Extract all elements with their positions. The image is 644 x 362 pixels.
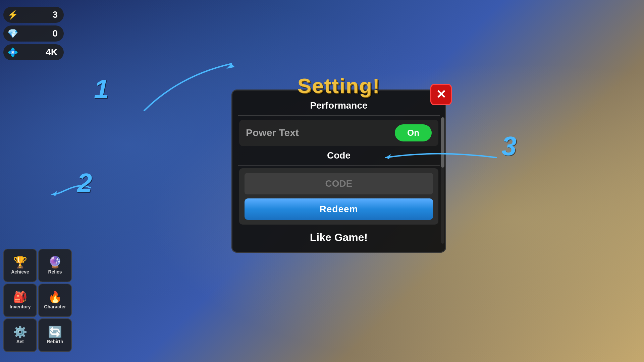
code-title: Code (232, 150, 445, 161)
scrollbar-track (441, 117, 444, 244)
code-input-container: Redeem (239, 168, 438, 225)
power-text-row: Power Text On (239, 120, 438, 146)
divider-top (238, 115, 440, 116)
settings-modal: Setting! ✕ Performance Power Text On Cod… (231, 89, 446, 253)
close-button[interactable]: ✕ (430, 84, 452, 105)
power-text-toggle[interactable]: On (395, 124, 432, 141)
close-icon: ✕ (436, 87, 446, 102)
divider-code (238, 165, 440, 166)
performance-title: Performance (232, 100, 445, 111)
code-input[interactable] (245, 173, 433, 194)
like-game-title: Like Game! (232, 231, 445, 244)
modal-title: Setting! (232, 74, 445, 98)
redeem-button[interactable]: Redeem (245, 198, 433, 220)
modal-overlay: Setting! ✕ Performance Power Text On Cod… (0, 0, 644, 362)
scrollbar-thumb[interactable] (441, 117, 444, 168)
power-text-label: Power Text (246, 127, 299, 138)
code-section: Redeem (239, 168, 438, 225)
